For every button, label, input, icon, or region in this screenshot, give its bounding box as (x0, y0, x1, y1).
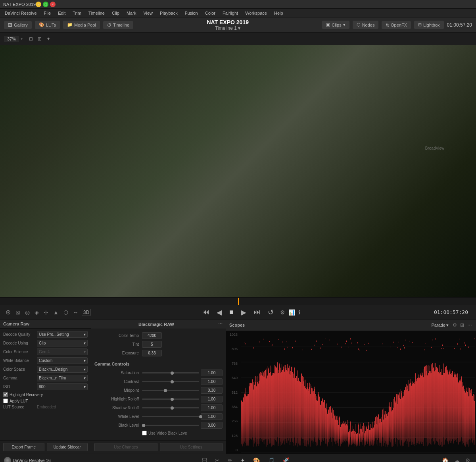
window-tool[interactable]: ◈ (33, 308, 40, 316)
use-video-black-level-checkbox[interactable] (142, 431, 147, 435)
menu-playback[interactable]: Playback (157, 10, 181, 16)
midpoint-slider[interactable] (142, 390, 199, 391)
fairlight-page-button[interactable]: 🎵 (266, 456, 276, 462)
view-mode-btn-3[interactable]: ✦ (45, 35, 52, 42)
go-to-end-button[interactable]: ⏭ (251, 307, 263, 317)
deliver-page-button[interactable]: 🚀 (281, 456, 291, 462)
saturation-slider[interactable] (142, 372, 199, 373)
highlight-rolloff-input[interactable] (201, 396, 223, 402)
black-level-label: Black Level (94, 423, 142, 427)
scale-896: 896 (227, 347, 239, 351)
scope-more-button[interactable]: ⋯ (466, 321, 473, 329)
key-tool[interactable]: ⬡ (62, 308, 70, 316)
clips-button[interactable]: ▣ Clips ▾ (322, 21, 349, 29)
highlight-recovery-checkbox[interactable] (3, 392, 8, 397)
color-temp-input[interactable] (142, 332, 162, 339)
menu-color[interactable]: Color (202, 10, 219, 16)
blur-tool[interactable]: ▲ (52, 308, 60, 316)
menu-clip[interactable]: Clip (109, 10, 123, 16)
decode-quality-dropdown[interactable]: Use Pro...Setting ▾ (37, 331, 88, 338)
fusion-page-button[interactable]: ✦ (239, 456, 247, 462)
edit-page-button[interactable]: ✏ (226, 456, 234, 462)
info-tool[interactable]: ℹ (297, 308, 302, 316)
qualifier-tool[interactable]: ◎ (23, 308, 31, 316)
curves-tool[interactable]: ⊠ (14, 308, 22, 316)
menu-workspace[interactable]: Workspace (242, 10, 270, 16)
settings-button[interactable]: ⚙ (464, 456, 472, 462)
parade-dropdown[interactable]: Parade ▾ (432, 323, 449, 328)
settings-tool[interactable]: ⚙ (278, 308, 287, 316)
white-level-input[interactable] (201, 413, 223, 420)
shadow-rolloff-input[interactable] (201, 404, 223, 411)
gamma-dropdown[interactable]: Blackm...n Film ▾ (37, 375, 88, 381)
apply-lut-checkbox[interactable] (3, 398, 8, 403)
color-space-dropdown[interactable]: Blackm...Design ▾ (37, 366, 88, 373)
white-level-row: White Level (94, 413, 223, 420)
zoom-indicator[interactable]: 37% (4, 36, 19, 42)
home-button[interactable]: 🏠 (440, 456, 450, 462)
maximize-button[interactable]: □ (43, 2, 48, 7)
nodes-button[interactable]: ⬡ Nodes (353, 21, 379, 29)
luts-button[interactable]: 🎨 LUTs (35, 21, 60, 29)
white-level-slider[interactable] (142, 416, 199, 417)
color-space-label: Color Space (3, 367, 37, 372)
midpoint-input[interactable] (201, 387, 223, 394)
color-wheel-tool[interactable]: ⊛ (4, 308, 12, 317)
view-mode-btn-2[interactable]: ⊞ (36, 35, 43, 42)
export-frame-button[interactable]: Export Frame (3, 443, 44, 451)
scrubber-bar[interactable] (0, 297, 476, 305)
highlight-rolloff-slider-container (142, 396, 223, 402)
contrast-input[interactable] (201, 378, 223, 385)
menu-mark[interactable]: Mark (123, 10, 139, 16)
color-page-button[interactable]: 🎨 (251, 456, 261, 462)
menu-edit[interactable]: Edit (55, 10, 69, 16)
stop-button[interactable]: ■ (227, 307, 236, 317)
menu-view[interactable]: View (140, 10, 156, 16)
tracker-tool[interactable]: ⊹ (42, 308, 50, 316)
play-button[interactable]: ▶ (238, 307, 249, 318)
scope-settings-button[interactable]: ⚙ (452, 321, 458, 329)
3d-tool[interactable]: 3D (82, 309, 91, 316)
media-page-button[interactable]: 🎞 (200, 456, 209, 462)
view-mode-btn-1[interactable]: ⊡ (27, 35, 35, 42)
decode-using-dropdown[interactable]: Clip ▾ (37, 340, 88, 346)
shadow-rolloff-slider[interactable] (142, 407, 199, 408)
menu-help[interactable]: Help (271, 10, 286, 16)
lightbox-button[interactable]: ⊞ Lightbox (414, 21, 444, 29)
menu-trim[interactable]: Trim (69, 10, 84, 16)
go-to-start-button[interactable]: ⏮ (200, 307, 212, 317)
iso-dropdown[interactable]: 800 ▾ (37, 383, 88, 390)
loop-button[interactable]: ↺ (265, 307, 276, 318)
white-balance-dropdown[interactable]: Custom ▾ (37, 357, 88, 364)
black-level-slider[interactable] (142, 425, 199, 426)
saturation-input[interactable] (201, 370, 223, 376)
step-back-button[interactable]: ◀ (214, 307, 225, 318)
openfx-button[interactable]: fx OpenFX (382, 21, 411, 29)
gallery-button[interactable]: 🖼 Gallery (4, 21, 32, 29)
menu-file[interactable]: File (41, 10, 54, 16)
tint-input[interactable] (142, 341, 162, 348)
media-pool-button[interactable]: 📁 Media Pool (63, 21, 100, 29)
menu-fairlight[interactable]: Fairlight (219, 10, 241, 16)
color-temp-row: Color Temp (94, 332, 223, 339)
timeline-button[interactable]: ⏱ Timeline (103, 21, 133, 29)
chevron-down-icon-3: ▾ (84, 350, 86, 354)
video-viewer[interactable]: BroadView (0, 45, 476, 297)
cloud-button[interactable]: ☁ (453, 456, 461, 462)
highlight-rolloff-slider[interactable] (142, 398, 199, 400)
black-level-input[interactable] (201, 422, 223, 429)
bmraw-more-icon[interactable]: ⋯ (218, 321, 223, 327)
cut-page-button[interactable]: ✂ (213, 456, 221, 462)
menu-davinci-resolve[interactable]: DaVinci Resolve (2, 10, 40, 16)
app-title: NAT EXPO 2019 (3, 2, 36, 7)
update-sidecar-button[interactable]: Update Sidecar (47, 443, 88, 451)
scope-tool[interactable]: 📊 (287, 308, 297, 316)
sizing-tool[interactable]: ↔ (71, 308, 80, 316)
exposure-input[interactable] (142, 350, 162, 356)
menu-fusion[interactable]: Fusion (182, 10, 201, 16)
contrast-slider[interactable] (142, 381, 199, 382)
menu-timeline[interactable]: Timeline (85, 10, 108, 16)
minimize-button[interactable]: − (36, 2, 41, 7)
scope-layout-button[interactable]: ⊞ (459, 321, 465, 329)
close-button[interactable]: × (50, 2, 56, 7)
